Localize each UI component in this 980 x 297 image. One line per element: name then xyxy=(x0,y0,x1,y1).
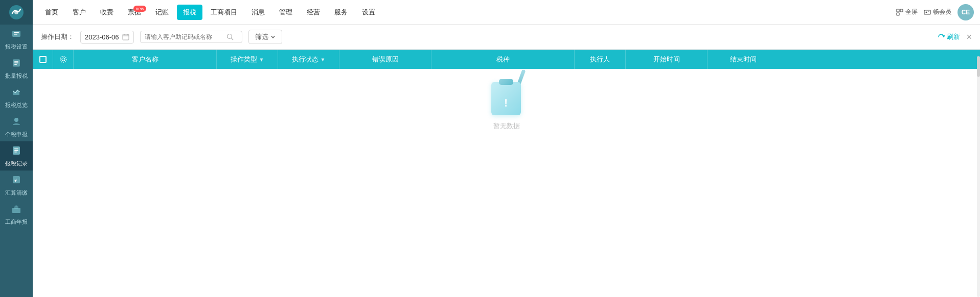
date-picker[interactable]: 2023-06-06 xyxy=(80,31,134,44)
th-exec-status[interactable]: 执行状态 ▼ xyxy=(278,50,339,69)
huisuan-jiaona-icon: ¥ xyxy=(11,175,21,187)
nav-shezhi[interactable]: 设置 xyxy=(356,5,381,20)
fullscreen-btn[interactable]: 全屏 xyxy=(896,8,918,16)
chevron-down-icon xyxy=(270,34,276,39)
search-icon xyxy=(226,33,234,40)
calendar-icon xyxy=(122,33,129,40)
svg-rect-12 xyxy=(14,150,18,151)
sidebar-item-huisuan-jiaona[interactable]: ¥ 汇算清缴 xyxy=(0,171,33,200)
th-start-time: 开始时间 xyxy=(626,50,708,69)
svg-rect-8 xyxy=(14,64,17,65)
piliang-baoshui-icon xyxy=(11,58,21,71)
nav-fuwu[interactable]: 服务 xyxy=(328,5,354,20)
close-btn[interactable]: × xyxy=(966,32,972,43)
nav-guanli[interactable]: 管理 xyxy=(273,5,299,20)
sidebar-item-baoshui-zonlan-label: 报税总览 xyxy=(5,101,28,109)
svg-rect-3 xyxy=(14,32,19,33)
svg-rect-11 xyxy=(14,148,18,150)
svg-rect-18 xyxy=(15,205,17,207)
svg-rect-4 xyxy=(14,34,17,35)
sidebar-item-baoshui-zonlan[interactable]: 报税总览 xyxy=(0,83,33,112)
scrollbar-track xyxy=(977,56,980,297)
svg-rect-13 xyxy=(14,152,17,153)
sidebar-item-baoshui-shezhi[interactable]: 报税设置 xyxy=(0,25,33,54)
th-taxtype: 税种 xyxy=(431,50,575,69)
svg-rect-6 xyxy=(14,61,18,62)
sidebar-item-gongshang-nianbao[interactable]: 工商年报 xyxy=(0,200,33,229)
nav-right: 全屏 畅会员 CE xyxy=(896,4,974,20)
nav-shoufei[interactable]: 收费 xyxy=(94,5,120,20)
empty-text: 暂无数据 xyxy=(493,121,520,131)
member-icon xyxy=(924,9,931,16)
content: 操作日期： 2023-06-06 筛选 xyxy=(33,25,980,297)
sidebar-item-piliang-baoshui[interactable]: 批量报税 xyxy=(0,54,33,83)
sidebar-item-baoshui-jilu[interactable]: 报税记录 xyxy=(0,141,33,171)
scrollbar-thumb[interactable] xyxy=(977,56,980,77)
refresh-btn[interactable]: 刷新 xyxy=(938,32,960,41)
svg-point-1 xyxy=(14,10,18,14)
svg-rect-20 xyxy=(900,9,903,12)
nav-home[interactable]: 首页 xyxy=(39,5,64,20)
sidebar-item-piliang-baoshui-label: 批量报税 xyxy=(5,72,28,80)
nav-xiaoxi[interactable]: 消息 xyxy=(245,5,271,20)
svg-rect-26 xyxy=(123,34,129,40)
th-end-time: 结束时间 xyxy=(708,50,779,69)
th-settings xyxy=(53,50,74,69)
sidebar: 报税设置 批量报税 报税总览 个税申报 xyxy=(0,0,33,297)
baoshui-shezhi-icon xyxy=(11,29,21,41)
svg-point-9 xyxy=(14,118,18,122)
sort-icon-exec: ▼ xyxy=(321,57,326,62)
geshui-shenbao-icon xyxy=(11,116,21,129)
svg-point-30 xyxy=(227,34,232,39)
fullscreen-icon xyxy=(896,9,903,16)
empty-icon: ! xyxy=(486,69,527,115)
search-box[interactable] xyxy=(140,31,242,43)
svg-rect-7 xyxy=(14,62,18,63)
svg-point-23 xyxy=(926,11,927,13)
sidebar-item-geshui-shenbao[interactable]: 个税申报 xyxy=(0,112,33,141)
nav-jizhang[interactable]: 记账 xyxy=(149,5,175,20)
settings-icon xyxy=(59,55,67,63)
sidebar-item-baoshui-shezhi-label: 报税设置 xyxy=(5,43,28,51)
member-btn[interactable]: 畅会员 xyxy=(924,8,951,16)
sidebar-item-huisuan-jiaona-label: 汇算清缴 xyxy=(5,189,28,197)
sidebar-item-geshui-shenbao-label: 个税申报 xyxy=(5,131,28,138)
select-all-checkbox[interactable] xyxy=(39,56,47,63)
svg-point-32 xyxy=(62,58,65,61)
svg-rect-24 xyxy=(928,11,929,12)
piaoju-badge: new xyxy=(133,6,146,12)
nav-customer[interactable]: 客户 xyxy=(66,5,92,20)
topnav: 首页 客户 收费 票据 new 记账 报税 工商项目 消息 管理 经营 服务 设… xyxy=(33,0,980,25)
refresh-icon xyxy=(938,33,945,40)
nav-baoshui[interactable]: 报税 xyxy=(177,5,202,20)
avatar[interactable]: CE xyxy=(958,4,974,20)
svg-rect-19 xyxy=(897,9,899,12)
svg-line-31 xyxy=(231,38,233,40)
table-header: 客户名称 操作类型 ▼ 执行状态 ▼ 错误原因 税种 执行人 xyxy=(33,50,980,69)
gongshang-nianbao-icon xyxy=(11,204,21,217)
th-operation-type[interactable]: 操作类型 ▼ xyxy=(217,50,278,69)
svg-text:¥: ¥ xyxy=(14,178,17,183)
svg-rect-22 xyxy=(924,10,930,14)
empty-state: ! 暂无数据 xyxy=(33,69,980,151)
th-executor: 执行人 xyxy=(575,50,626,69)
baoshui-zonlan-icon xyxy=(11,87,21,100)
main-wrap: 首页 客户 收费 票据 new 记账 报税 工商项目 消息 管理 经营 服务 设… xyxy=(33,0,980,297)
nav-items: 首页 客户 收费 票据 new 记账 报税 工商项目 消息 管理 经营 服务 设… xyxy=(39,5,896,20)
th-customer-name: 客户名称 xyxy=(74,50,217,69)
sidebar-logo[interactable] xyxy=(0,0,33,25)
table-wrap: 客户名称 操作类型 ▼ 执行状态 ▼ 错误原因 税种 执行人 xyxy=(33,50,980,297)
svg-rect-2 xyxy=(12,31,20,37)
filter-btn[interactable]: 筛选 xyxy=(248,30,282,44)
sort-icon: ▼ xyxy=(259,57,264,62)
th-checkbox[interactable] xyxy=(33,50,53,69)
sidebar-item-gongshang-nianbao-label: 工商年报 xyxy=(5,218,28,226)
toolbar: 操作日期： 2023-06-06 筛选 xyxy=(33,25,980,50)
nav-jingying[interactable]: 经营 xyxy=(301,5,326,20)
table-body: ! 暂无数据 xyxy=(33,69,980,297)
nav-piaoju[interactable]: 票据 new xyxy=(122,5,147,20)
toolbar-right: 刷新 × xyxy=(938,32,972,43)
nav-gongshang[interactable]: 工商项目 xyxy=(204,5,243,20)
svg-point-33 xyxy=(60,56,66,62)
search-input[interactable] xyxy=(145,33,226,40)
